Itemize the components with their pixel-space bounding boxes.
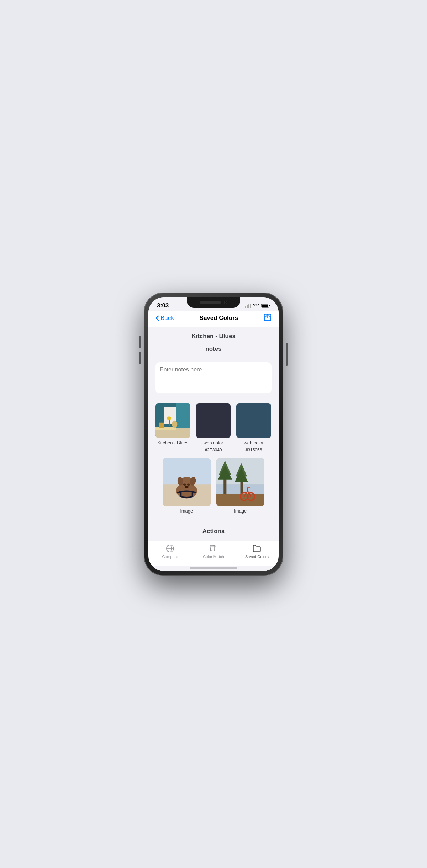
battery-icon (261, 304, 270, 308)
compare-icon (165, 544, 175, 553)
color-swatch-1 (196, 403, 231, 438)
swatch-label-color2: web color (244, 440, 264, 445)
image-label-dog: image (180, 508, 193, 514)
svg-point-24 (187, 484, 190, 486)
back-label: Back (160, 315, 174, 322)
saved-colors-icon (252, 544, 262, 553)
dog-svg (163, 458, 211, 506)
color-swatch-2 (236, 403, 271, 438)
svg-point-23 (183, 484, 186, 486)
nav-bar: Back Saved Colors (148, 311, 279, 327)
svg-rect-13 (159, 422, 164, 428)
swatch-label-color1: web color (204, 440, 223, 445)
export-button[interactable] (264, 314, 272, 323)
power-button (286, 343, 288, 366)
svg-rect-0 (245, 306, 246, 308)
back-button[interactable]: Back (155, 315, 174, 322)
notes-section-title: notes (148, 340, 279, 358)
notes-input[interactable] (160, 366, 267, 388)
dog-thumbnail (163, 458, 211, 506)
svg-rect-2 (248, 304, 249, 308)
tab-saved-colors[interactable]: Saved Colors (235, 544, 279, 559)
status-time: 3:03 (157, 302, 169, 309)
kitchen-image (155, 403, 190, 438)
swatch-sublabel-color2: #315066 (246, 448, 262, 452)
svg-rect-1 (247, 305, 248, 308)
swatch-item-color2[interactable]: web color #315066 (236, 403, 271, 453)
images-row: image (148, 458, 279, 519)
tab-color-match-label: Color Match (203, 554, 224, 559)
swatch-sublabel-color1: #2E3040 (205, 448, 222, 452)
svg-point-14 (172, 420, 178, 428)
svg-point-16 (167, 416, 171, 420)
status-icons (245, 304, 270, 308)
camera (224, 301, 227, 304)
scroll-content[interactable]: Kitchen - Blues notes (148, 327, 279, 541)
svg-rect-37 (210, 546, 214, 547)
wifi-icon (253, 304, 259, 308)
image-item-tree[interactable]: image (216, 458, 264, 514)
image-label-tree: image (234, 508, 247, 514)
tab-color-match[interactable]: Color Match (192, 544, 235, 559)
volume-down-button (139, 352, 141, 364)
swatch-item-kitchen[interactable]: Kitchen - Blues (155, 403, 190, 453)
tab-bar: Compare Color Match (148, 541, 279, 566)
svg-rect-5 (269, 305, 270, 306)
notes-container (155, 362, 272, 393)
tab-compare[interactable]: Compare (148, 544, 192, 559)
tab-saved-colors-label: Saved Colors (245, 554, 269, 559)
phone-screen: 3:03 (148, 297, 279, 571)
export-icon (264, 314, 272, 321)
tree-thumbnail (216, 458, 264, 506)
kitchen-svg (155, 403, 190, 438)
notch (187, 297, 240, 308)
saved-colors-tab-icon (252, 544, 262, 553)
back-chevron-icon (155, 315, 159, 321)
actions-section: Actions Connect Device (148, 519, 279, 540)
notes-divider (155, 358, 272, 358)
speaker (200, 301, 221, 304)
compare-tab-icon (165, 544, 175, 553)
swatch-item-color1[interactable]: web color #2E3040 (196, 403, 231, 453)
tab-compare-label: Compare (162, 554, 178, 559)
color-match-tab-icon (209, 544, 218, 553)
actions-title: Actions (148, 522, 279, 540)
svg-rect-3 (250, 304, 251, 308)
image-item-dog[interactable]: image (163, 458, 211, 514)
palette-name: Kitchen - Blues (148, 327, 279, 340)
svg-rect-12 (155, 427, 176, 430)
volume-up-button (139, 336, 141, 348)
svg-point-25 (185, 486, 189, 488)
home-indicator (190, 567, 237, 569)
swatch-label-kitchen: Kitchen - Blues (157, 440, 188, 445)
phone-frame: 3:03 (144, 293, 283, 575)
swatches-grid: Kitchen - Blues web color #2E3040 web co… (148, 398, 279, 459)
color-match-icon (209, 544, 218, 553)
svg-rect-6 (262, 304, 268, 307)
tree-svg (216, 458, 264, 506)
nav-title: Saved Colors (200, 315, 238, 322)
signal-icon (245, 304, 251, 308)
